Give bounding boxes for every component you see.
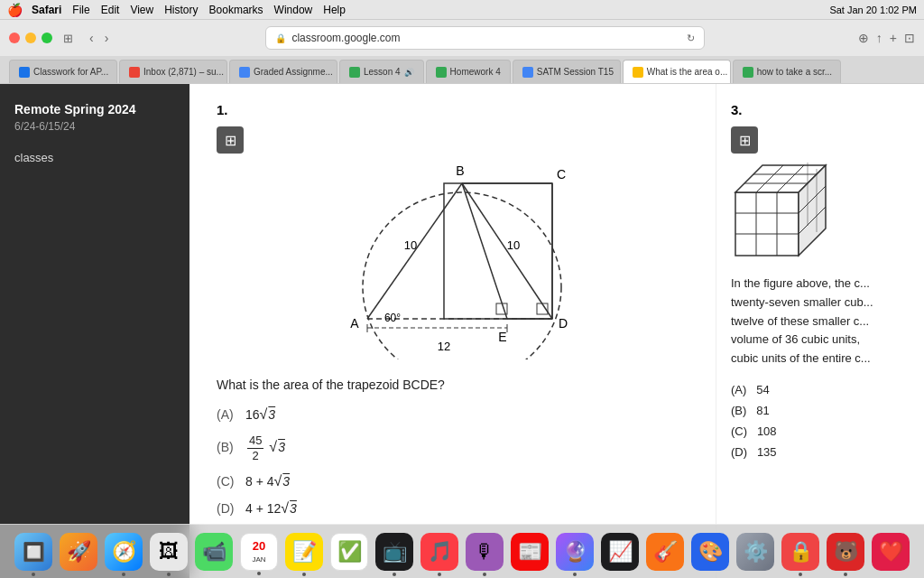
- choice-c-label: (C): [217, 474, 238, 489]
- minimize-button[interactable]: [25, 33, 36, 43]
- q1-calculator-icon[interactable]: ⊞: [217, 126, 244, 154]
- sidebar-classes[interactable]: classes: [14, 151, 175, 164]
- dock-pixelmator[interactable]: 🎨: [691, 533, 729, 571]
- back-button[interactable]: ‹: [86, 29, 97, 47]
- q3-answers: (A) 54 (B) 81 (C) 108 (D) 135: [731, 383, 910, 459]
- svg-text:10: 10: [403, 238, 416, 252]
- menu-file[interactable]: File: [72, 4, 89, 16]
- howto-favicon: [743, 67, 753, 78]
- dock-facetime[interactable]: 📹: [195, 533, 233, 571]
- q3-choice-d-label: (D): [731, 445, 747, 459]
- tab-classwork[interactable]: Classwork for AP...: [9, 60, 117, 83]
- q3-choice-d[interactable]: (D) 135: [731, 445, 910, 459]
- q3-choice-c[interactable]: (C) 108: [731, 424, 910, 438]
- menu-safari[interactable]: Safari: [32, 4, 61, 16]
- svg-text:60°: 60°: [383, 312, 400, 324]
- menu-history[interactable]: History: [164, 4, 198, 16]
- q1-choice-c[interactable]: (C) 8 + 4√3: [217, 473, 688, 489]
- q1-choice-a[interactable]: (A) 16√3: [217, 406, 688, 423]
- q3-choice-c-label: (C): [731, 424, 747, 438]
- q3-calculator-icon[interactable]: ⊞: [731, 126, 758, 154]
- svg-text:B: B: [456, 163, 464, 178]
- dock-finder[interactable]: 🔲: [14, 533, 52, 571]
- sidebar-title: Remote Spring 2024: [14, 102, 175, 117]
- q1-choice-b[interactable]: (B) 45 2 √3: [217, 434, 688, 462]
- dock-lastfm[interactable]: ❤️: [872, 533, 910, 571]
- sidebar-toggle[interactable]: ⊞: [63, 32, 73, 45]
- dock-news[interactable]: 📰: [511, 533, 549, 571]
- svg-text:E: E: [498, 330, 506, 344]
- tab-lesson[interactable]: Lesson 4 🔊: [339, 60, 424, 83]
- tab-homework[interactable]: Homework 4: [426, 60, 511, 83]
- address-bar-wrap: 🔒 classroom.google.com ↻: [119, 26, 850, 50]
- sidebar: Remote Spring 2024 6/24-6/15/24 classes: [0, 84, 189, 578]
- apple-menu[interactable]: 🍎: [7, 3, 23, 17]
- dock-photos[interactable]: 🖼: [150, 533, 188, 571]
- menu-right: Sat Jan 20 1:02 PM: [829, 5, 917, 15]
- q3-choice-b-label: (B): [731, 404, 746, 417]
- dock-garageband[interactable]: 🎸: [646, 533, 684, 571]
- q3-choice-a-label: (A): [731, 383, 746, 396]
- dock-preferences[interactable]: ⚙️: [736, 533, 774, 571]
- main-content: Remote Spring 2024 6/24-6/15/24 classes …: [0, 84, 924, 578]
- tab-audio-icon[interactable]: 🔊: [404, 68, 414, 77]
- close-button[interactable]: [9, 33, 20, 43]
- url-text: classroom.google.com: [291, 32, 400, 44]
- dock-security[interactable]: 🔒: [781, 533, 819, 571]
- maximize-button[interactable]: [42, 33, 52, 43]
- q1-figure: B C A D E 10 10 60° 12: [217, 161, 688, 359]
- whatarea-favicon: [633, 67, 643, 78]
- menu-view[interactable]: View: [130, 4, 153, 16]
- menu-clock: Sat Jan 20 1:02 PM: [829, 5, 917, 15]
- dock-podcasts[interactable]: 🎙: [466, 533, 504, 571]
- nav-right-controls: ⊕ ↑ + ⊡: [858, 31, 915, 45]
- menu-bookmarks[interactable]: Bookmarks: [209, 4, 263, 16]
- choice-a-value: 16√3: [245, 406, 275, 423]
- tab-classwork-label: Classwork for AP...: [33, 67, 108, 77]
- tab-graded[interactable]: Graded Assignme...: [229, 60, 337, 83]
- menu-help[interactable]: Help: [323, 4, 346, 16]
- svg-rect-23: [735, 192, 799, 256]
- tab-inbox-label: Inbox (2,871) – su...: [143, 67, 224, 77]
- menu-window[interactable]: Window: [274, 4, 313, 16]
- forward-button[interactable]: ›: [101, 29, 113, 47]
- q3-choice-a[interactable]: (A) 54: [731, 383, 910, 396]
- menu-edit[interactable]: Edit: [101, 4, 120, 16]
- choice-b-label: (B): [217, 440, 238, 454]
- share-icon[interactable]: ⊕: [858, 31, 869, 45]
- lock-icon: 🔒: [275, 33, 286, 43]
- choice-a-label: (A): [217, 407, 238, 422]
- reload-icon[interactable]: ↻: [687, 33, 695, 44]
- address-bar[interactable]: 🔒 classroom.google.com ↻: [265, 26, 704, 50]
- tab-whatarea[interactable]: What is the area o...: [623, 60, 731, 83]
- dock-notes[interactable]: 📝: [285, 533, 323, 571]
- dock-appletv[interactable]: 📺: [375, 533, 413, 571]
- dock-launchpad[interactable]: 🚀: [60, 533, 97, 571]
- question3-panel: 3. ⊞: [716, 84, 924, 578]
- tab-graded-label: Graded Assignme...: [254, 67, 333, 77]
- dock-siri[interactable]: 🔮: [556, 533, 594, 571]
- dock-calendar[interactable]: 20JAN: [240, 533, 278, 571]
- tabs-bar: Classwork for AP... Inbox (2,871) – su..…: [0, 56, 924, 83]
- q3-figure: [731, 161, 910, 264]
- inbox-favicon: [129, 67, 140, 78]
- dock-music[interactable]: 🎵: [420, 533, 458, 571]
- q3-choice-b[interactable]: (B) 81: [731, 404, 910, 417]
- q1-choice-d[interactable]: (D) 4 + 12√3: [217, 500, 688, 517]
- new-tab-icon[interactable]: +: [890, 31, 897, 45]
- tab-whatarea-label: What is the area o...: [647, 67, 728, 77]
- dock-safari[interactable]: 🧭: [105, 533, 143, 571]
- tab-satm[interactable]: SATM Session T15: [513, 60, 621, 83]
- dock-reminders[interactable]: ✅: [330, 533, 368, 571]
- dock-stocks[interactable]: 📈: [601, 533, 639, 571]
- cube-figure: [731, 161, 830, 260]
- dock-bear[interactable]: 🐻: [827, 533, 864, 571]
- tab-howto[interactable]: how to take a scr...: [733, 60, 841, 83]
- tab-inbox[interactable]: Inbox (2,871) – su...: [119, 60, 227, 83]
- trapezoid-figure: B C A D E 10 10 60° 12: [313, 161, 593, 359]
- share-box-icon[interactable]: ↑: [876, 31, 882, 45]
- satm-favicon: [522, 67, 533, 78]
- sidebar-icon[interactable]: ⊡: [904, 31, 915, 45]
- svg-rect-1: [444, 183, 552, 319]
- browser-chrome: ⊞ ‹ › 🔒 classroom.google.com ↻ ⊕ ↑ + ⊡ C…: [0, 20, 924, 84]
